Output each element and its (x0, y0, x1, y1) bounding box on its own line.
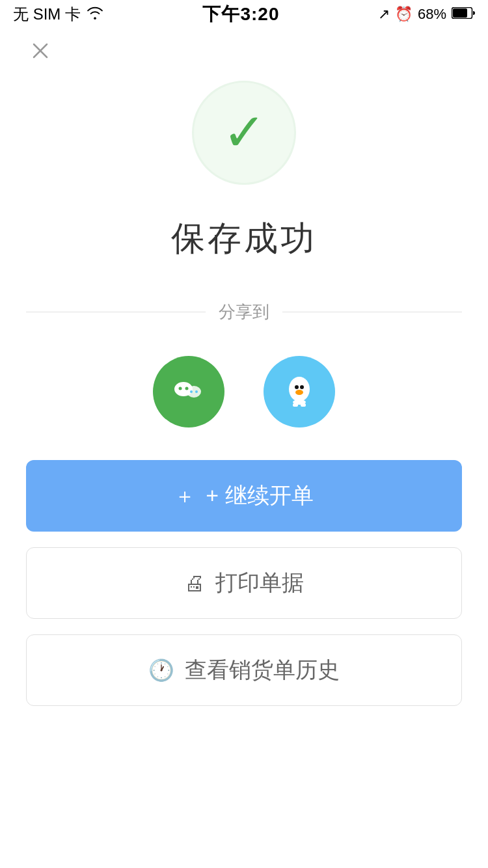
svg-rect-18 (301, 403, 306, 407)
continue-button[interactable]: ＋ + 继续开单 (26, 460, 462, 532)
status-right: ↗ ⏰ 68% (378, 6, 475, 23)
share-divider: 分享到 (26, 301, 462, 323)
battery-percent: 68% (418, 6, 446, 23)
location-icon: ↗ (378, 6, 390, 23)
main-content: ✓ 保存成功 分享到 (0, 29, 488, 706)
svg-point-7 (185, 387, 189, 390)
checkmark-icon: ✓ (223, 107, 266, 159)
print-label: 打印单据 (215, 568, 304, 598)
share-label: 分享到 (219, 301, 269, 323)
svg-point-13 (295, 385, 299, 389)
svg-point-15 (295, 390, 303, 395)
share-section: 分享到 (0, 301, 488, 427)
actions: ＋ + 继续开单 🖨 打印单据 🕐 查看销货单历史 (0, 460, 488, 706)
continue-label: + 继续开单 (206, 481, 313, 511)
wifi-icon (86, 5, 104, 23)
print-button[interactable]: 🖨 打印单据 (26, 547, 462, 619)
divider-line-left (26, 312, 206, 312)
status-left: 无 SIM 卡 (13, 4, 104, 25)
history-button[interactable]: 🕐 查看销货单历史 (26, 634, 462, 706)
battery-icon (452, 6, 475, 23)
success-circle: ✓ (192, 81, 296, 185)
plus-icon: ＋ (174, 485, 195, 506)
clock-icon: 🕐 (148, 660, 174, 681)
svg-point-8 (190, 390, 193, 393)
status-time: 下午3:20 (202, 2, 279, 27)
svg-rect-17 (293, 403, 298, 407)
share-icons (26, 356, 462, 427)
status-bar: 无 SIM 卡 下午3:20 ↗ ⏰ 68% (0, 0, 488, 29)
alarm-icon: ⏰ (395, 6, 413, 23)
print-icon: 🖨 (184, 573, 205, 593)
svg-rect-1 (453, 8, 467, 18)
divider-line-right (282, 312, 462, 312)
svg-point-6 (179, 387, 182, 390)
svg-point-14 (300, 385, 304, 389)
history-label: 查看销货单历史 (185, 655, 340, 685)
close-button[interactable] (26, 36, 55, 65)
svg-point-5 (187, 386, 201, 398)
success-title: 保存成功 (171, 216, 317, 262)
wechat-share-button[interactable] (153, 356, 224, 427)
qq-share-button[interactable] (264, 356, 335, 427)
svg-point-9 (195, 390, 198, 393)
no-sim-label: 无 SIM 卡 (13, 4, 81, 25)
